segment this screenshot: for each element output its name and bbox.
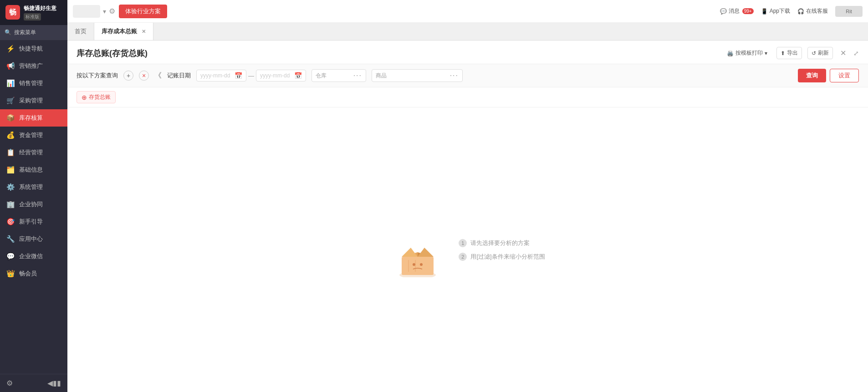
sidebar-item-system[interactable]: ⚙️ 系统管理 bbox=[0, 178, 67, 196]
inventory-icon: 📦 bbox=[6, 114, 15, 122]
sidebar-item-app-center[interactable]: 🔧 应用中心 bbox=[0, 230, 67, 248]
search-icon: 🔍 bbox=[5, 29, 11, 36]
sidebar-item-basic-info[interactable]: 🗂️ 基础信息 bbox=[0, 161, 67, 178]
calendar-end-icon: 📅 bbox=[294, 72, 302, 79]
refresh-btn[interactable]: ↺ 刷新 bbox=[807, 47, 833, 59]
scheme-item-inventory[interactable]: ⊕ 存货总账 bbox=[77, 91, 116, 103]
topbar-app-download[interactable]: 📱 App下载 bbox=[761, 7, 790, 15]
tab-close-icon[interactable]: ✕ bbox=[142, 29, 146, 35]
sidebar-item-operations[interactable]: 📋 经营管理 bbox=[0, 144, 67, 161]
warehouse-filter[interactable]: 仓库 ··· bbox=[311, 69, 366, 82]
sidebar-item-marketing[interactable]: 📢 营销推广 bbox=[0, 57, 67, 75]
sidebar-item-label: 畅会员 bbox=[19, 270, 37, 278]
system-icon: ⚙️ bbox=[6, 183, 15, 191]
sidebar-item-label: 销售管理 bbox=[19, 79, 43, 87]
brand-version: 标准版 bbox=[24, 13, 41, 20]
print-btn[interactable]: 🖨️ 按模板打印 ▾ bbox=[723, 47, 771, 59]
purchase-icon: 🛒 bbox=[6, 97, 15, 105]
app-center-icon: 🔧 bbox=[6, 235, 15, 243]
date-start-input[interactable]: yyyy-mm-dd 📅 bbox=[196, 70, 246, 81]
export-btn[interactable]: ⬆ 导出 bbox=[776, 47, 802, 59]
sidebar-item-vip[interactable]: 👑 畅会员 bbox=[0, 265, 67, 282]
sidebar-item-guide[interactable]: 🎯 新手引导 bbox=[0, 213, 67, 230]
filter-scheme: ⊕ 存货总账 bbox=[67, 87, 868, 107]
sidebar-item-inventory[interactable]: 📦 库存核算 bbox=[0, 109, 67, 127]
main-area: ▾ ⚙ 体验行业方案 💬 消息 99+ 📱 App下载 🎧 在线客服 Rit bbox=[67, 0, 868, 392]
close-panel-btn[interactable]: ✕ bbox=[838, 47, 848, 59]
svg-point-9 bbox=[420, 263, 423, 266]
sound-footer-icon[interactable]: ◀▮▮ bbox=[47, 379, 61, 387]
date-end-placeholder: yyyy-mm-dd bbox=[260, 72, 290, 79]
topbar-chevron-icon[interactable]: ▾ bbox=[103, 8, 106, 15]
topbar-online-service[interactable]: 🎧 在线客服 bbox=[797, 7, 828, 15]
empty-tips: 1 请先选择要分析的方案 2 用[过滤]条件来缩小分析范围 bbox=[459, 239, 545, 261]
export-icon: ⬆ bbox=[781, 50, 785, 56]
sidebar-item-purchase[interactable]: 🛒 采购管理 bbox=[0, 92, 67, 109]
tip-item-1: 1 请先选择要分析的方案 bbox=[459, 239, 545, 247]
topbar-avatar bbox=[73, 5, 100, 18]
svg-point-8 bbox=[413, 263, 415, 266]
date-range: yyyy-mm-dd 📅 — yyyy-mm-dd 📅 bbox=[196, 70, 306, 81]
sidebar-item-finance[interactable]: 💰 资金管理 bbox=[0, 127, 67, 144]
refresh-icon: ↺ bbox=[812, 50, 816, 56]
sidebar-item-wechat[interactable]: 💬 企业微信 bbox=[0, 248, 67, 265]
sidebar-item-label: 新手引导 bbox=[19, 218, 43, 226]
topbar-user-avatar[interactable]: Rit bbox=[835, 6, 863, 17]
sidebar-footer: ⚙ ◀▮▮ bbox=[0, 374, 67, 392]
sidebar-search[interactable]: 🔍 搜索菜单 bbox=[0, 25, 67, 40]
sidebar-item-label: 应用中心 bbox=[19, 235, 43, 243]
product-filter[interactable]: 商品 ··· bbox=[372, 69, 463, 82]
headset-icon: 🎧 bbox=[797, 8, 804, 15]
query-btn[interactable]: 查询 bbox=[798, 69, 826, 82]
msg-badge: 99+ bbox=[742, 8, 754, 14]
filter-clear-btn[interactable]: × bbox=[139, 71, 149, 81]
sidebar-item-label: 企业协同 bbox=[19, 200, 43, 209]
export-label: 导出 bbox=[787, 49, 798, 57]
sidebar: 畅 畅捷通好生意 标准版 🔍 搜索菜单 ⚡ 快捷导航 📢 营销推广 📊 销售管理… bbox=[0, 0, 67, 392]
sidebar-item-label: 资金管理 bbox=[19, 131, 43, 139]
sidebar-logo: 畅 畅捷通好生意 标准版 bbox=[0, 0, 67, 25]
vip-icon: 👑 bbox=[6, 270, 15, 278]
tip-text-1: 请先选择要分析的方案 bbox=[470, 239, 530, 247]
sidebar-item-label: 经营管理 bbox=[19, 148, 43, 157]
industry-btn[interactable]: 体验行业方案 bbox=[119, 5, 167, 18]
basic-info-icon: 🗂️ bbox=[6, 166, 15, 174]
sidebar-search-label: 搜索菜单 bbox=[14, 29, 36, 36]
sidebar-item-quick-nav[interactable]: ⚡ 快捷导航 bbox=[0, 40, 67, 57]
svg-marker-4 bbox=[402, 248, 418, 257]
topbar-left: ▾ ⚙ bbox=[73, 5, 115, 18]
tab-home[interactable]: 首页 bbox=[67, 23, 94, 40]
date-separator: — bbox=[248, 72, 254, 79]
operations-icon: 📋 bbox=[6, 148, 15, 157]
filter-collapse-icon[interactable]: 《 bbox=[154, 71, 162, 81]
sidebar-item-label: 营销推广 bbox=[19, 62, 43, 70]
sidebar-item-sales[interactable]: 📊 销售管理 bbox=[0, 75, 67, 92]
tip-item-2: 2 用[过滤]条件来缩小分析范围 bbox=[459, 253, 545, 261]
msg-label: 消息 bbox=[729, 7, 740, 15]
tab-home-label: 首页 bbox=[75, 27, 87, 36]
svg-rect-1 bbox=[402, 257, 434, 275]
quick-nav-icon: ⚡ bbox=[6, 45, 15, 53]
message-icon: 💬 bbox=[720, 8, 727, 15]
page-actions: 🖨️ 按模板打印 ▾ ⬆ 导出 ↺ 刷新 ✕ ⤢ bbox=[723, 47, 859, 59]
expand-icon[interactable]: ⤢ bbox=[853, 50, 859, 57]
product-more-icon: ··· bbox=[450, 71, 459, 80]
filter-add-btn[interactable]: + bbox=[123, 71, 133, 81]
sidebar-item-label: 系统管理 bbox=[19, 183, 43, 191]
topbar-messages[interactable]: 💬 消息 99+ bbox=[720, 7, 754, 15]
date-end-input[interactable]: yyyy-mm-dd 📅 bbox=[256, 70, 306, 81]
finance-icon: 💰 bbox=[6, 131, 15, 139]
empty-state: 1 请先选择要分析的方案 2 用[过滤]条件来缩小分析范围 bbox=[67, 107, 868, 392]
filter-label: 按以下方案查询 bbox=[77, 71, 118, 80]
logo-text: 畅捷通好生意 标准版 bbox=[24, 5, 56, 20]
settings-footer-icon[interactable]: ⚙ bbox=[6, 379, 13, 387]
topbar-gear-icon[interactable]: ⚙ bbox=[109, 7, 115, 15]
tab-inventory-ledger[interactable]: 库存成本总账 ✕ bbox=[94, 23, 153, 40]
sidebar-item-enterprise[interactable]: 🏢 企业协同 bbox=[0, 196, 67, 213]
warehouse-label: 仓库 bbox=[316, 72, 327, 80]
topbar: ▾ ⚙ 体验行业方案 💬 消息 99+ 📱 App下载 🎧 在线客服 Rit bbox=[67, 0, 868, 23]
settings-btn[interactable]: 设置 bbox=[830, 69, 859, 82]
logo-icon: 畅 bbox=[5, 5, 20, 20]
sidebar-item-label: 基础信息 bbox=[19, 166, 43, 174]
service-label: 在线客服 bbox=[806, 7, 828, 15]
